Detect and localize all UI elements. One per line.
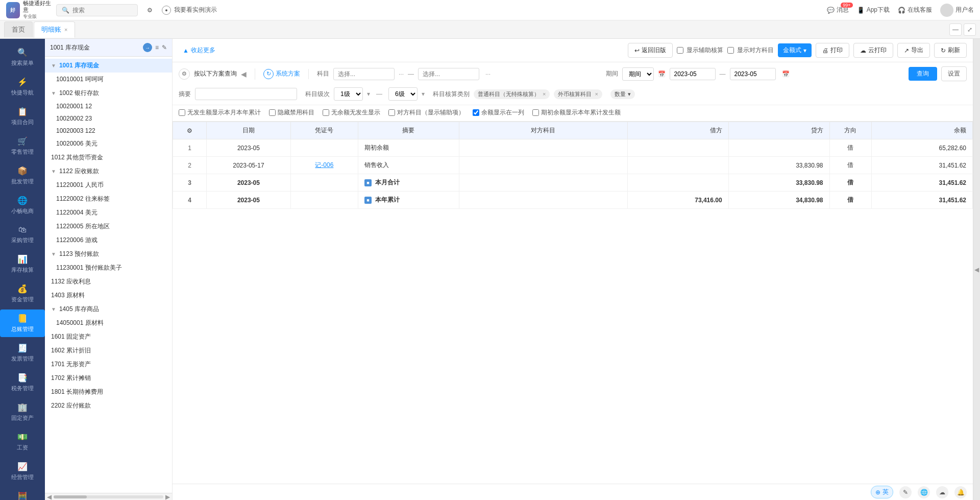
sidebar-item-project[interactable]: 📋 项目合同	[0, 103, 45, 130]
subject-ellipsis[interactable]: ···	[399, 70, 404, 78]
account-item-10020001[interactable]: 10020001 12	[45, 100, 172, 112]
user-area[interactable]: 用户名	[940, 4, 974, 17]
cb-no-balance2-input[interactable]	[323, 109, 329, 116]
sidebar-item-fixed-assets[interactable]: 🏢 固定资产	[0, 398, 45, 426]
account-item-10020006[interactable]: 10020006 美元	[45, 137, 172, 151]
global-search[interactable]: 🔍	[56, 4, 138, 16]
summary-input[interactable]	[195, 88, 297, 100]
sidebar-item-retail[interactable]: 🛒 零售管理	[0, 132, 45, 160]
account-item-14050001[interactable]: 14050001 原材料	[45, 316, 172, 330]
account-edit-icon[interactable]: ✎	[162, 44, 167, 51]
level-to-select[interactable]: 6级5级4级	[388, 87, 418, 101]
cb-hide-disabled[interactable]: 隐藏禁用科目	[269, 108, 314, 117]
account-item-11220006[interactable]: 11220006 游戏	[45, 233, 172, 247]
tab-ledger[interactable]: 明细账 ×	[34, 21, 75, 38]
cb-hide-disabled-input[interactable]	[269, 109, 276, 116]
golden-mode-btn[interactable]: 金额式 ▾	[778, 43, 812, 57]
tab-minimize-btn[interactable]: —	[949, 23, 962, 36]
account-item-11220004[interactable]: 11220004 美元	[45, 206, 172, 220]
query-btn[interactable]: 查询	[909, 67, 937, 81]
cb-no-balance2[interactable]: 无余额无发生显示	[323, 108, 380, 117]
cb-balance-one-col-input[interactable]	[473, 109, 479, 116]
cloud-print-btn[interactable]: ☁ 云打印	[853, 43, 893, 58]
account-item-1122[interactable]: ▼ 1122 应收账款	[45, 164, 172, 178]
tab-expand-btn[interactable]: ⤢	[964, 23, 976, 36]
side-collapse-bar[interactable]: ◀	[973, 39, 980, 500]
settings-btn[interactable]: ⚙	[143, 5, 157, 16]
sidebar-item-salary[interactable]: 💵 工资	[0, 428, 45, 456]
account-item-1702[interactable]: 1702 累计摊销	[45, 371, 172, 385]
period-type-select[interactable]: 期间 月份	[622, 67, 654, 81]
account-item-1405[interactable]: ▼ 1405 库存商品	[45, 302, 172, 316]
account-horizontal-scroll[interactable]: ◀ ▶	[45, 493, 172, 500]
cb-year-begin[interactable]: 期初余额显示本年累计发生额	[532, 108, 621, 117]
sidebar-item-ecommerce[interactable]: 🌐 小畅电商	[0, 192, 45, 219]
cb-opposite-input[interactable]	[388, 109, 395, 116]
account-item-10020003[interactable]: 10020003 122	[45, 125, 172, 137]
account-item-1123[interactable]: ▼ 1123 预付账款	[45, 247, 172, 261]
message-btn[interactable]: 💬 消息 99+	[827, 6, 849, 14]
account-item-1601[interactable]: 1601 固定资产	[45, 330, 172, 344]
sidebar-item-operations[interactable]: 📈 经营管理	[0, 458, 45, 485]
cb-balance-one-col[interactable]: 余额显示在一列	[473, 108, 524, 117]
subject-ellipsis-2[interactable]: ···	[485, 70, 491, 78]
demo-link[interactable]: ● 我要看实例演示	[162, 6, 217, 15]
app-download-btn[interactable]: 📱 App下载	[857, 6, 890, 14]
cloud-btn[interactable]: ☁	[936, 486, 948, 498]
account-item-1602[interactable]: 1602 累计折旧	[45, 344, 172, 358]
account-item-11220005[interactable]: 11220005 所在地区	[45, 220, 172, 233]
level-from-select[interactable]: 1级2级3级	[334, 87, 363, 101]
sidebar-item-tax[interactable]: 📑 税务管理	[0, 369, 45, 396]
account-item-2202[interactable]: 2202 应付账款	[45, 399, 172, 413]
subject-input-2[interactable]	[418, 68, 479, 80]
refresh-scheme-icon[interactable]: ↻	[263, 69, 274, 79]
account-item-1801[interactable]: 1801 长期待摊费用	[45, 385, 172, 399]
account-list-icon[interactable]: ≡	[155, 44, 159, 51]
account-item-11220001[interactable]: 11220001 人民币	[45, 178, 172, 192]
cb-no-balance-input[interactable]	[179, 109, 185, 116]
account-nav-btn[interactable]: →	[143, 43, 152, 52]
period-to-input[interactable]	[730, 68, 776, 80]
print-btn[interactable]: 🖨 打印	[816, 43, 849, 58]
search-input[interactable]	[72, 7, 134, 14]
sidebar-item-invoice[interactable]: 🧾 发票管理	[0, 339, 45, 367]
sidebar-item-purchase[interactable]: 🛍 采购管理	[0, 221, 45, 248]
scroll-left-btn[interactable]: ◀	[47, 493, 52, 501]
period-from-input[interactable]	[670, 68, 716, 80]
account-item-10020002[interactable]: 10020002 23	[45, 112, 172, 125]
show-aux-checkbox[interactable]	[677, 47, 683, 54]
tab-home[interactable]: 首页	[4, 21, 33, 37]
account-item-1002[interactable]: ▼ 1002 银行存款	[45, 86, 172, 100]
account-item-11220002[interactable]: 11220002 往来标签	[45, 192, 172, 206]
back-old-version-btn[interactable]: ↩ 返回旧版	[628, 43, 673, 58]
refresh-btn[interactable]: ↻ 刷新	[934, 43, 967, 58]
sidebar-item-inventory[interactable]: 📊 库存核算	[0, 250, 45, 278]
category-tag-2-remove[interactable]: ×	[595, 91, 598, 97]
row-voucher-2[interactable]: 记-006	[290, 157, 358, 174]
account-item-1403[interactable]: 1403 原材料	[45, 289, 172, 302]
settings-circle-icon[interactable]: ⚙	[179, 68, 190, 80]
cb-opposite[interactable]: 对方科目（显示辅助项）	[388, 108, 464, 117]
bell-btn[interactable]: 🔔	[954, 486, 967, 498]
account-item-1701[interactable]: 1701 无形资产	[45, 358, 172, 371]
online-service-btn[interactable]: 🎧 在线客服	[898, 6, 932, 14]
edit-btn[interactable]: ✎	[899, 486, 912, 498]
show-opposite-checkbox[interactable]	[727, 47, 734, 54]
sidebar-item-expense[interactable]: 🧮 小畅报销	[0, 487, 45, 500]
sidebar-item-ledger[interactable]: 📒 总账管理	[0, 309, 45, 337]
tab-close-icon[interactable]: ×	[64, 27, 67, 33]
sidebar-item-wholesale[interactable]: 📦 批发管理	[0, 162, 45, 189]
scroll-right-btn[interactable]: ▶	[165, 493, 170, 501]
export-btn[interactable]: ↗ 导出	[897, 43, 930, 58]
globe-btn[interactable]: 🌐	[918, 486, 930, 498]
left-arrow-btn[interactable]: ◀	[241, 70, 247, 78]
sidebar-item-search-menu[interactable]: 🔍 搜索菜单	[0, 43, 45, 71]
sidebar-item-capital[interactable]: 💰 资金管理	[0, 280, 45, 307]
cb-year-begin-input[interactable]	[532, 109, 539, 116]
account-item-1132[interactable]: 1132 应收利息	[45, 275, 172, 289]
sidebar-item-quick-nav[interactable]: ⚡ 快捷导航	[0, 73, 45, 101]
account-item-1012[interactable]: 1012 其他货币资金	[45, 151, 172, 164]
subject-input[interactable]	[333, 68, 395, 80]
lang-btn[interactable]: ⊕ 英	[871, 486, 893, 498]
account-item-11230001[interactable]: 11230001 预付账款美子	[45, 261, 172, 275]
